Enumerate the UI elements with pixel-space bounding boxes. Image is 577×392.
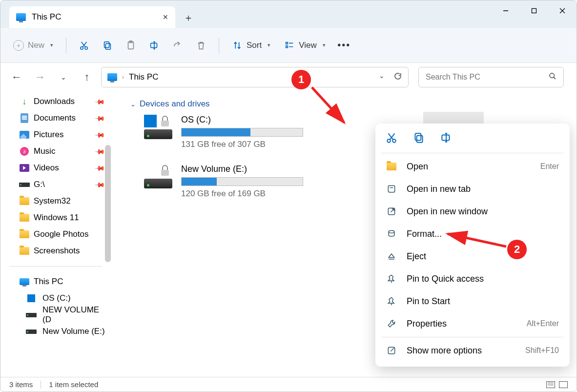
search-box[interactable]	[418, 67, 564, 87]
drive-new-volume-e[interactable]: New Volume (E:) 120 GB free of 169 GB	[144, 164, 307, 199]
pin-icon: 📌	[94, 96, 105, 107]
ctx-open-new-tab[interactable]: Open in new tab	[375, 178, 570, 200]
svg-line-34	[448, 234, 506, 247]
search-input[interactable]	[426, 73, 549, 82]
sidebar-item-downloads[interactable]: ↓Downloads📌	[0, 93, 111, 110]
sidebar-divider	[9, 266, 102, 267]
sidebar-tree-os-c[interactable]: OS (C:)	[0, 290, 111, 307]
recent-dropdown[interactable]: ⌄	[54, 68, 73, 86]
maximize-button[interactable]	[520, 0, 548, 21]
rename-icon[interactable]	[440, 131, 453, 144]
window-tab[interactable]: This PC ✕	[9, 6, 175, 28]
annotation-2: 2	[507, 240, 527, 259]
ctx-properties[interactable]: PropertiesAlt+Enter	[375, 312, 570, 335]
annotation-arrow-2	[443, 228, 511, 249]
copy-button[interactable]	[97, 36, 118, 55]
video-icon	[19, 163, 30, 173]
sidebar-tree-new-volume-e[interactable]: New Volume (E:)	[0, 323, 111, 340]
ctx-show-more[interactable]: Show more optionsShift+F10	[375, 339, 570, 362]
pin-icon	[386, 273, 397, 284]
new-tab-button[interactable]: ＋	[178, 7, 199, 28]
sidebar-item-music[interactable]: ♪Music📌	[0, 143, 111, 160]
breadcrumb-sep-icon: ›	[122, 74, 124, 81]
view-button[interactable]: View ▾	[278, 36, 331, 55]
new-window-icon	[386, 206, 397, 217]
this-pc-icon	[16, 13, 26, 21]
folder-icon	[386, 161, 397, 172]
forward-button[interactable]: →	[31, 68, 49, 86]
ctx-open[interactable]: OpenEnter	[375, 155, 570, 178]
refresh-button[interactable]	[393, 72, 402, 83]
drive-icon	[19, 179, 30, 190]
plus-circle-icon: +	[13, 40, 24, 51]
sidebar-item-system32[interactable]: System32	[0, 193, 111, 209]
share-button[interactable]	[167, 36, 188, 55]
lock-icon	[161, 165, 169, 176]
sidebar-tree-this-pc[interactable]: This PC	[0, 273, 111, 290]
ctx-pin-start[interactable]: Pin to Start	[375, 290, 570, 312]
ctx-open-new-window[interactable]: Open in new window	[375, 200, 570, 223]
status-bar: 3 items 1 item selected	[0, 377, 577, 392]
sort-icon	[232, 40, 243, 51]
copy-icon[interactable]	[412, 131, 425, 144]
svg-point-4	[81, 46, 83, 49]
separator	[219, 38, 219, 53]
drive-free-text: 120 GB free of 169 GB	[181, 189, 307, 199]
address-bar[interactable]: › This PC ⌄	[101, 67, 409, 87]
cut-button[interactable]	[73, 36, 95, 55]
rename-button[interactable]	[144, 36, 165, 55]
download-icon: ↓	[19, 96, 30, 107]
back-button[interactable]: ←	[7, 68, 26, 86]
cut-icon[interactable]	[385, 131, 398, 144]
up-button[interactable]: ↑	[78, 68, 96, 86]
sort-label: Sort	[247, 41, 262, 50]
drive-free-text: 131 GB free of 307 GB	[181, 140, 307, 149]
separator	[381, 337, 564, 337]
view-icon	[284, 40, 295, 51]
sidebar-item-windows11[interactable]: Windows 11	[0, 209, 111, 226]
separator	[41, 381, 41, 389]
close-button[interactable]	[548, 0, 577, 21]
sidebar-item-google-photos[interactable]: Google Photos	[0, 226, 111, 243]
svg-rect-26	[442, 135, 449, 141]
pin-icon: 📌	[94, 129, 105, 140]
drive-icon	[26, 326, 37, 337]
svg-rect-9	[104, 41, 109, 47]
search-icon[interactable]	[549, 72, 556, 82]
svg-rect-24	[417, 136, 423, 143]
drive-os-c[interactable]: OS (C:) 131 GB free of 307 GB	[144, 115, 307, 149]
sidebar-item-pictures[interactable]: Pictures📌	[0, 126, 111, 143]
eject-icon	[386, 251, 397, 262]
sidebar-item-documents[interactable]: Documents📌	[0, 110, 111, 126]
sidebar-tree-new-volume-d[interactable]: NEW VOLUME (D	[0, 307, 111, 323]
svg-rect-28	[388, 186, 394, 192]
drive-icon	[144, 115, 173, 141]
tab-title: This PC	[32, 12, 61, 22]
music-icon: ♪	[19, 146, 30, 157]
more-options-icon	[386, 345, 397, 356]
new-button[interactable]: + New ▾	[7, 36, 59, 55]
close-tab-icon[interactable]: ✕	[163, 13, 168, 21]
minimize-button[interactable]	[492, 0, 520, 21]
details-view-button[interactable]	[546, 381, 555, 388]
address-dropdown-icon[interactable]: ⌄	[379, 72, 385, 83]
windows-badge-icon	[144, 115, 157, 127]
more-button[interactable]: •••	[333, 36, 355, 55]
title-bar: This PC ✕ ＋	[0, 0, 577, 28]
lock-icon	[161, 116, 169, 126]
delete-button[interactable]	[190, 36, 212, 55]
ctx-pin-quick-access[interactable]: Pin to Quick access	[375, 268, 570, 290]
thumbnails-view-button[interactable]	[559, 381, 568, 388]
format-icon	[386, 228, 397, 239]
drive-icon	[26, 309, 37, 320]
pin-icon: 📌	[94, 145, 105, 157]
sidebar-scrollbar[interactable]	[105, 145, 111, 262]
sidebar-item-g-drive[interactable]: G:\📌	[0, 176, 111, 193]
sidebar-item-screenshots[interactable]: Screenshots	[0, 243, 111, 259]
sort-button[interactable]: Sort ▾	[226, 36, 276, 55]
paste-button[interactable]	[120, 36, 142, 55]
selection-count: 1 item selected	[49, 380, 98, 389]
svg-point-5	[85, 46, 88, 49]
breadcrumb[interactable]: This PC	[129, 72, 158, 82]
sidebar-item-videos[interactable]: Videos📌	[0, 160, 111, 176]
